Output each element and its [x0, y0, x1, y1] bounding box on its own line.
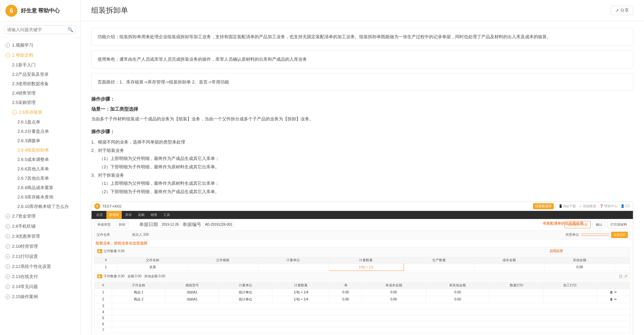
collapse-icon: − [5, 53, 10, 58]
step3: 3、对于拆装业务 [91, 171, 633, 180]
mock-more-btn: 打印原材料 [607, 221, 630, 228]
mock-topbar: 6 TEST-H002 切换数据库 📱 App下载 ☺ 初始账套 ❓ 帮助中心 … [92, 202, 633, 211]
mock-code-value: AD-20191226-001 [203, 222, 234, 227]
td-action [615, 264, 630, 271]
th-parent-spec: 父件规格 [187, 257, 258, 264]
lth-qty: 计量数量 [272, 282, 330, 289]
scene1-title: 场景一：加工类型选择 [91, 106, 633, 112]
sidebar-item-install[interactable]: 2.2产品安装及登录 [0, 70, 80, 79]
sidebar-item-cases[interactable]: + 2.15操作案例 [0, 292, 80, 302]
th-unit: 计量单位 [258, 257, 328, 264]
sidebar-item-inv-ledger-fix[interactable]: 2.6.10库存账本错了怎么办 [0, 202, 80, 211]
search-area: 🔍 [0, 22, 80, 38]
mock-code-label: 单据编号 [182, 222, 201, 228]
step3-subs: （1）上部明细为父件明细，最终作为原材料生成其它出库单； （2）下部明细为子件明… [91, 179, 633, 196]
step3-sub2: （2）下部明细为子件明细，最终作为产成品生成其它入库单。 [99, 188, 633, 196]
path-intro-box: 页面路径：1、库存核算->库存管理->组装拆卸单 2、首页->常用功能 [91, 73, 633, 91]
table-row: 3 [95, 303, 630, 309]
role-intro-box: 使用角色：通常由生产人员或库管人员完成拆装业务的操作，库管人员确认原材料的出库和… [91, 50, 633, 68]
mock-logo: 6 [94, 203, 100, 209]
sidebar-item-docs[interactable]: − 2.帮助文档 [0, 50, 80, 60]
mock-upper-table: # 父件名称 父件规格 计量单位 计量数量 生产数量 成本金额 其他金额 [94, 257, 630, 271]
sidebar-item-other-out[interactable]: 2.6.7其他出库单 [0, 174, 80, 183]
mock-apply-btn: 立发完毕 [611, 232, 628, 238]
sidebar-item-transfer[interactable]: 2.6.3调拨单 [0, 136, 80, 146]
mock-warehouse-label: 父件仓库 [97, 232, 110, 237]
sidebar-item-payment[interactable]: + 2.13在线支付 [0, 272, 80, 282]
lth-num: # [95, 282, 112, 289]
sidebar-item-customize[interactable]: + 2.12系统个性化设置 [0, 262, 80, 272]
table-row: 1 商品 1 供的A1 统计单位 1/包 + 1/4 0.00 0.00 0.0… [95, 289, 630, 296]
sidebar-item-assembly[interactable]: 2.6.4组装拆卸单 [0, 146, 80, 155]
lth-spec: 规格型号 [165, 282, 219, 289]
mock-cust-field-label: 供货单位 [566, 232, 579, 237]
td-qty: 1/包 = 1/1 [328, 264, 404, 271]
th-num: # [95, 257, 117, 264]
table-row: 6 [95, 321, 630, 327]
mock-lower-toggle: ▶ [97, 274, 102, 278]
sidebar-item-ops[interactable]: + 2.10经营管理 [0, 241, 80, 252]
mock-section-label: 父件数量 0.00 [104, 249, 124, 254]
sidebar-item-mobile[interactable]: + 2.8手机旺铺 [0, 221, 80, 231]
function-intro-text: 功能介绍：组装拆卸单用来处理企业组装或拆卸等加工业务，支持有固定装配清单的产品加… [98, 34, 551, 39]
sidebar-item-stocktake[interactable]: 2.6.1盘点单 [0, 117, 80, 127]
main-header: 组装拆卸单 ↗ 分享 [80, 0, 644, 21]
mock-nav-tools: 工具 [161, 211, 173, 219]
sidebar-item-finance[interactable]: + 2.7资金管理 [0, 211, 80, 221]
lth-qty2: 数量打印 [490, 282, 543, 289]
share-button[interactable]: ↗ 分享 [611, 6, 633, 15]
mock-date-value: 2019-12-26 [160, 222, 180, 227]
mock-ui: 6 TEST-H002 切换数据库 📱 App下载 ☺ 初始账套 ❓ 帮助中心 … [92, 202, 633, 335]
mock-save-btn: 单据类型 [94, 221, 114, 228]
path-intro-text: 页面路径：1、库存核算->库存管理->组装拆卸单 2、首页->常用功能 [98, 79, 229, 85]
mock-lower-table: # 子件名称 规格型号 计量单位 计量数量 单 单成本金额 单其他金额 数量打印 [94, 282, 630, 333]
function-intro-box: 功能介绍：组装拆卸单用来处理企业组装或拆卸等加工业务，支持有固定装配清单的产品加… [91, 28, 633, 46]
mock-topbar-id: TEST-H002 [102, 204, 121, 208]
main-area: 组装拆卸单 ↗ 分享 功能介绍：组装拆卸单用来处理企业组装或拆卸等加工业务，支持… [80, 0, 644, 335]
lth-other: 单其他金额 [426, 282, 490, 289]
td-num: 1 [95, 264, 117, 271]
table-row: 5 [95, 315, 630, 321]
search-icon[interactable]: 🔍 [67, 27, 73, 32]
annotation-enable: 启用处理 [549, 249, 563, 254]
sidebar-item-print[interactable]: + 2.11打印设置 [0, 252, 80, 262]
sidebar-item-costadj[interactable]: 2.6.5成本调整单 [0, 155, 80, 164]
lth-ops [597, 282, 630, 289]
sidebar-item-other-in[interactable]: 2.6.6其他入库单 [0, 164, 80, 174]
sidebar-item-newuser[interactable]: 2.1新手入门 [0, 60, 80, 70]
sidebar-item-video[interactable]: + 1.视频学习 [0, 40, 80, 50]
sidebar-item-faq[interactable]: + 2.14常见问题 [0, 282, 80, 292]
sidebar-item-inv-ledger[interactable]: 2.6.9库存账本查询 [0, 192, 80, 202]
mock-lower-actions: 📋 📝 [619, 275, 627, 278]
sidebar-item-purchase[interactable]: 2.5采购管理 [0, 98, 80, 107]
mock-close-btn: 拆卸 [116, 221, 128, 228]
sidebar-item-coupon[interactable]: + 2.9优惠券管理 [0, 231, 80, 241]
mock-nav-sales: 销售 [148, 211, 160, 219]
expand-mobile-icon: + [5, 224, 10, 229]
sidebar: 6 好生意 帮助中心 🔍 + 1.视频学习 − 2.帮助文档 2.1新手入门 2… [0, 0, 80, 335]
mock-nav-purchase: 采购 [135, 211, 147, 219]
td-parent-name: 关系 [117, 264, 188, 271]
page-title: 组装拆卸单 [91, 5, 128, 15]
mock-form-content: 单据类型 拆卸 单据日期 2019-12-26 单据编号 AD-20191226… [92, 219, 633, 335]
th-prod-qty: 生产数量 [404, 257, 474, 264]
sidebar-item-cost-recalc[interactable]: 2.6.8商品成本重算 [0, 183, 80, 192]
sidebar-item-dataprep[interactable]: 2.3使用前数据准备 [0, 79, 80, 89]
td-unit [258, 264, 328, 271]
sidebar-item-sales[interactable]: 2.4销售管理 [0, 89, 80, 98]
mock-section-toggle: ▶ [97, 249, 102, 253]
step1: 1、根据不同的业务，选择不同单据的类型来处理 [91, 138, 633, 147]
content-area: 功能介绍：组装拆卸单用来处理企业组装或拆卸等加工业务，支持有固定装配清单的产品加… [80, 21, 644, 335]
annotation-type: 组装业务、拆卸业务在这里选择 [96, 241, 630, 246]
step2-sub2: （2）下部明细为子件明细，最终作为原材料生成其它出库单。 [99, 163, 633, 171]
search-wrapper: 🔍 [4, 25, 76, 34]
expand-icon: + [5, 43, 10, 48]
search-input[interactable] [7, 27, 67, 32]
role-intro-text: 使用角色：通常由生产人员或库管人员完成拆装业务的操作，库管人员确认原材料的出库和… [98, 57, 307, 62]
sidebar-item-weightstocktake[interactable]: 2.6.2分量盘点单 [0, 127, 80, 136]
table-row: 1 关系 1/包 = 1/1 0.00 [95, 264, 630, 271]
mock-nav-home: 自页 [94, 211, 106, 219]
table-row: 7 [95, 327, 630, 333]
td-other: 0.00 [544, 264, 615, 271]
sidebar-item-inventory[interactable]: − 2.6库存核算 [0, 107, 80, 117]
